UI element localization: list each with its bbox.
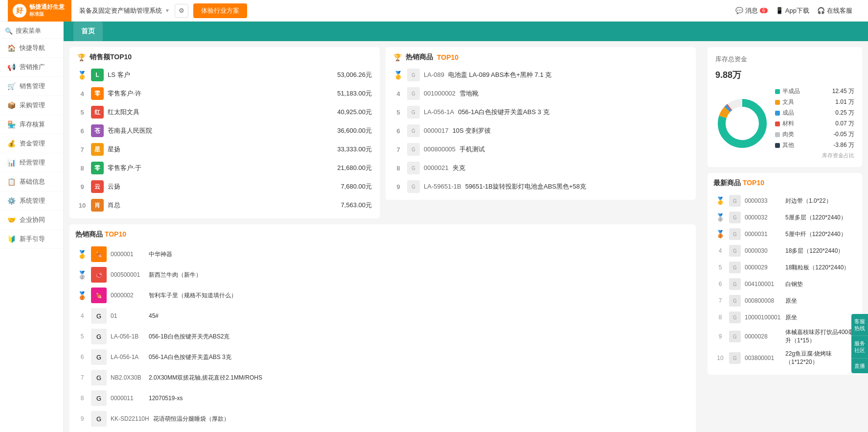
new-product-thumb: G xyxy=(729,352,741,364)
product-name: 056-1A白色按键开关盖ABS 3克 xyxy=(149,353,688,361)
notifications-button[interactable]: 💬 消息 6 xyxy=(735,6,768,15)
inventory-card: 库存总资金 9.88万 xyxy=(708,47,862,167)
new-product-row[interactable]: 5 G 0000029 18颗粒板（1220*2440） xyxy=(713,259,856,276)
new-product-thumb: G xyxy=(729,245,741,257)
rank-medal: 🥉 xyxy=(77,291,87,300)
hot-product-row[interactable]: 9 G KK-SD22110H 花语萌恒温分腿睡袋（厚款） xyxy=(75,408,690,429)
hot-product-row[interactable]: 🥇 🍖 0000001 中华神器 xyxy=(75,244,690,264)
new-product-row[interactable]: 🥇 G 0000033 封边带（1.0*22） xyxy=(713,192,856,209)
customer-service-button[interactable]: 客服热线 xyxy=(851,314,868,336)
product-name: 花语萌恒温分腿睡袋（厚款） xyxy=(153,415,688,423)
online-service-button[interactable]: 🎧 在线客服 xyxy=(817,6,852,15)
hot-product-row[interactable]: 6 G LA-056-1A 056-1A白色按键开关盖ABS 3克 xyxy=(75,347,690,367)
new-product-thumb: G xyxy=(729,212,741,223)
search-menu[interactable]: 🔍 搜索菜单 xyxy=(0,22,63,39)
product-thumb: G xyxy=(407,69,420,81)
legend-dot xyxy=(775,143,780,148)
customer-rank-item[interactable]: 🥇 L LS 客户 53,006.26元 xyxy=(73,66,376,84)
gear-button[interactable]: ⚙ xyxy=(175,4,188,18)
customer-rank-item[interactable]: 9 云 云扬 7,680.00元 xyxy=(73,177,376,196)
marketing-icon: 📢 xyxy=(7,63,16,72)
customer-rank-item[interactable]: 8 零 零售客户·于 21,680.00元 xyxy=(73,159,376,177)
customer-rank-item[interactable]: 7 星 星扬 33,333.00元 xyxy=(73,140,376,159)
product-rank-item[interactable]: 🥇 G LA-089电池盖 LA-089 ABS本色+黑种 7.1 克 xyxy=(389,66,692,84)
hot-product-row[interactable]: 🥈 🥩 000500001 新西兰牛肉（新牛） xyxy=(75,264,690,285)
system-selector[interactable]: 装备及固定资产辅助管理系统 ▼ xyxy=(79,6,170,15)
product-rank-item[interactable]: 8 G 0000021夹克 xyxy=(389,159,692,177)
app-download-button[interactable]: 📱 App下载 xyxy=(776,6,809,15)
new-product-code: 10000100001 xyxy=(745,314,781,321)
sidebar-item-cooperation[interactable]: 🤝 企业协同 xyxy=(0,211,63,230)
service-community-button[interactable]: 服务社区 xyxy=(851,336,868,359)
sidebar-label-purchase: 采购管理 xyxy=(20,101,45,110)
hot-product-rank-col: 🏆 热销商品 TOP10 🥇 G LA-089电池盖 LA-089 ABS本色+… xyxy=(386,47,696,224)
product-rank-item[interactable]: 4 G 001000002雪地靴 xyxy=(389,84,692,103)
customer-value: 33,333.00元 xyxy=(337,145,372,154)
top-two-columns: 🏆 销售额TOP10 🥇 L LS 客户 53,006.26元 xyxy=(69,47,696,224)
legend-dot xyxy=(775,100,780,105)
sidebar-item-sales[interactable]: 🛒 销售管理 xyxy=(0,77,63,96)
new-product-row[interactable]: 10 G 003800001 22g鱼豆腐·烧烤味（1*12*20） xyxy=(713,347,856,369)
sidebar-item-quick-nav[interactable]: 🏠 快捷导航 xyxy=(0,39,63,58)
new-product-row[interactable]: 7 G 000800008 原坐 xyxy=(713,292,856,309)
hot-product-row[interactable]: 5 G LA-056-1B 056-1B白色按键开关壳ABS2克 xyxy=(75,326,690,347)
customer-name: 苍南县人民医院 xyxy=(108,126,333,135)
system-name: 装备及固定资产辅助管理系统 xyxy=(79,6,162,15)
new-product-row[interactable]: 8 G 10000100001 原坐 xyxy=(713,309,856,326)
legend-value: -0.05 万 xyxy=(833,130,854,139)
product-thumbnail: G xyxy=(91,370,107,385)
rank-num: 4 xyxy=(393,90,403,97)
rank-medal: 🥈 xyxy=(77,270,87,280)
new-product-thumb: G xyxy=(729,262,741,273)
bell-icon: 💬 xyxy=(735,7,743,14)
inventory-value: 9.88万 xyxy=(715,66,741,81)
product-rank-item[interactable]: 6 G 000001710S 变刹罗彼 xyxy=(389,121,692,140)
sidebar-item-inventory[interactable]: 🏪 库存核算 xyxy=(0,115,63,134)
hot-product-row[interactable]: 4 G 01 45# xyxy=(75,306,690,326)
sidebar-item-guide[interactable]: 🔰 新手引导 xyxy=(0,230,63,249)
legend-dot xyxy=(775,111,780,116)
product-rank-item[interactable]: 7 G 000800005手机测试 xyxy=(389,140,692,159)
product-info: 000800005手机测试 xyxy=(424,145,688,154)
cooperation-icon: 🤝 xyxy=(7,216,16,224)
new-product-row[interactable]: 4 G 0000030 18多层（1220*2440） xyxy=(713,242,856,259)
home-tab[interactable]: 首页 xyxy=(73,22,103,41)
product-code: 0000002 xyxy=(111,292,145,299)
new-product-row[interactable]: 🥉 G 0000031 5厘中纤（1220*2440） xyxy=(713,226,856,242)
new-product-name: 5厘多层（1220*2440） xyxy=(785,214,854,222)
customer-name: LS 客户 xyxy=(108,71,333,79)
basic-info-icon: 📋 xyxy=(7,177,16,186)
new-product-thumb: G xyxy=(729,295,741,307)
customer-rank-item[interactable]: 6 苍 苍南县人民医院 36,600.00元 xyxy=(73,121,376,140)
sidebar-item-purchase[interactable]: 📦 采购管理 xyxy=(0,96,63,115)
sidebar-item-operations[interactable]: 📊 经营管理 xyxy=(0,153,63,172)
product-name: 新西兰牛肉（新牛） xyxy=(149,271,688,279)
customer-rank-item[interactable]: 4 零 零售客户·许 51,183.00元 xyxy=(73,84,376,103)
product-rank-item[interactable]: 5 G LA-056-1A056-1A白色按键开关盖ABS 3 克 xyxy=(389,103,692,121)
sidebar-item-marketing[interactable]: 📢 营销推广 xyxy=(0,58,63,77)
hot-product-row[interactable]: 🥉 🍖 0000002 智利车子里（规格不知道填什么） xyxy=(75,285,690,306)
sidebar-item-finance[interactable]: 💰 资金管理 xyxy=(0,134,63,153)
product-info: LA-59651-1B59651-1B旋转投影灯电池盒ABS黑色+58克 xyxy=(424,182,688,191)
hot-product-row[interactable]: 7 G NB2.0X30B 2.0X30MM双搓花轴,搓花直径2.1MM/ROH… xyxy=(75,367,690,388)
sidebar-item-system[interactable]: ⚙️ 系统管理 xyxy=(0,192,63,211)
customer-rank-item[interactable]: 5 红 红太阳文具 40,925.00元 xyxy=(73,103,376,121)
live-stream-button[interactable]: 直播 xyxy=(851,359,868,373)
customer-name: 云扬 xyxy=(108,182,337,191)
product-thumbnail: G xyxy=(91,308,107,324)
hot-product-rank-list: 🥇 G LA-089电池盖 LA-089 ABS本色+黑种 7.1 克 4 G … xyxy=(386,66,696,200)
try-button[interactable]: 体验行业方案 xyxy=(193,3,247,18)
new-product-row[interactable]: 9 G 0000028 体械嘉枝味苏打饮品400毫升（1*15） xyxy=(713,326,856,347)
product-thumbnail: G xyxy=(91,349,107,365)
hot-product-row[interactable]: 8 G 0000011 12070519-xs xyxy=(75,388,690,408)
product-info: LA-089电池盖 LA-089 ABS本色+黑种 7.1 克 xyxy=(424,71,688,79)
product-rank-item[interactable]: 9 G LA-59651-1B59651-1B旋转投影灯电池盒ABS黑色+58克 xyxy=(389,177,692,196)
customer-rank-item[interactable]: 10 肖 肖总 7,563.00元 xyxy=(73,196,376,215)
product-thumbnail: 🥩 xyxy=(91,267,107,283)
purchase-icon: 📦 xyxy=(7,101,16,110)
sidebar-item-basic-info[interactable]: 📋 基础信息 xyxy=(0,172,63,192)
new-product-row[interactable]: 6 G 004100001 白钢垫 xyxy=(713,276,856,292)
search-label: 搜索菜单 xyxy=(16,26,41,35)
new-product-code: 0000028 xyxy=(745,333,781,340)
new-product-row[interactable]: 🥈 G 0000032 5厘多层（1220*2440） xyxy=(713,209,856,226)
